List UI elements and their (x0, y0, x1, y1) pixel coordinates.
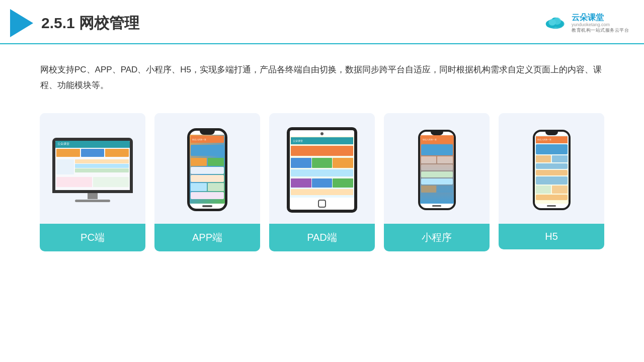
miniapp-device-mock: 职达人的第一堂 (418, 130, 456, 210)
play-icon (10, 9, 33, 37)
pad-label: PAD端 (269, 224, 375, 251)
card-app: 职达人的第一堂 APP端 (154, 113, 260, 251)
logo-area: 云朵课堂 yunduoketang.com 教育机构一站式服务云平台 (543, 13, 629, 34)
svg-point-5 (553, 18, 561, 25)
app-label: APP端 (154, 224, 260, 251)
card-pad: 云朵课堂 PAD端 (269, 113, 375, 251)
pc-monitor: 云朵课堂 (52, 138, 133, 193)
header: 2.5.1 网校管理 云朵课堂 yunduoketang.com 教育机构一站式… (0, 0, 644, 44)
h5-device-mock: 职达人的第一堂 (533, 130, 571, 210)
pad-image-area: 云朵课堂 (269, 113, 375, 224)
h5-label: H5 (499, 224, 604, 249)
logo-text: 云朵课堂 yunduoketang.com 教育机构一站式服务云平台 (572, 13, 629, 34)
pc-image-area: 云朵课堂 (40, 113, 145, 224)
card-miniapp: 职达人的第一堂 小程序 (384, 113, 490, 251)
pad-device-mock: 云朵课堂 (287, 127, 357, 213)
h5-image-area: 职达人的第一堂 (499, 113, 604, 224)
page-title: 2.5.1 网校管理 (41, 13, 139, 34)
miniapp-image-area: 职达人的第一堂 (384, 113, 490, 224)
title-number: 2.5.1 (41, 15, 75, 31)
pc-label: PC端 (40, 224, 145, 251)
title-text: 网校管理 (79, 15, 139, 31)
pc-device-mock: 云朵课堂 (50, 138, 135, 202)
logo-name: 云朵课堂 (572, 13, 604, 22)
miniapp-label: 小程序 (384, 224, 490, 251)
desc-content: 网校支持PC、APP、PAD、小程序、H5，实现多端打通，产品各终端自由切换，数… (40, 62, 604, 93)
header-left: 2.5.1 网校管理 (10, 9, 139, 37)
card-pc: 云朵课堂 (40, 113, 145, 251)
cards-container: 云朵课堂 (0, 103, 644, 266)
logo-url: yunduoketang.com (572, 22, 610, 27)
card-h5: 职达人的第一堂 (499, 113, 604, 249)
logo-tagline: 教育机构一站式服务云平台 (572, 27, 629, 34)
cloud-icon (543, 15, 568, 31)
description-text: 网校支持PC、APP、PAD、小程序、H5，实现多端打通，产品各终端自由切换，数… (0, 44, 644, 103)
app-device-mock: 职达人的第一堂 (187, 128, 227, 211)
app-image-area: 职达人的第一堂 (154, 113, 260, 224)
